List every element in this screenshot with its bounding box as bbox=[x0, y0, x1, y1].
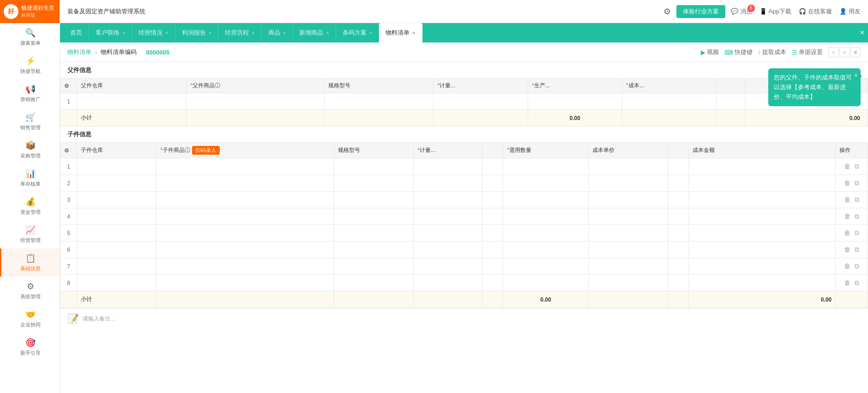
tab-customer-close[interactable]: × bbox=[122, 30, 125, 36]
tab-add-goods-close[interactable]: × bbox=[326, 30, 329, 36]
child-cell-unit-4[interactable] bbox=[414, 208, 482, 225]
settings-button[interactable]: ⚙ bbox=[663, 6, 671, 17]
sidebar-item-system[interactable]: ⚙ 系统管理 bbox=[0, 277, 60, 305]
tab-history[interactable]: 经营历程 × bbox=[218, 23, 261, 42]
child-cell-unit-3[interactable] bbox=[414, 192, 482, 208]
child-cell-warehouse-2[interactable] bbox=[77, 175, 157, 192]
child-cell-spec-6[interactable] bbox=[334, 242, 414, 258]
child-cell-qty-5[interactable] bbox=[503, 225, 589, 242]
sidebar-item-sales[interactable]: 🛒 销售管理 bbox=[0, 108, 60, 136]
parent-cell-spec-1[interactable] bbox=[324, 93, 434, 110]
child-cell-warehouse-5[interactable] bbox=[77, 225, 157, 242]
delete-icon-5[interactable]: 🗑 bbox=[844, 229, 850, 236]
child-cell-unitprice-2[interactable] bbox=[589, 175, 668, 192]
child-cell-unitprice-3[interactable] bbox=[589, 192, 668, 208]
parent-cell-warehouse-1[interactable] bbox=[77, 93, 187, 110]
child-cell-unit-1[interactable] bbox=[414, 158, 482, 175]
child-cell-goods-7[interactable] bbox=[157, 258, 334, 275]
delete-icon-2[interactable]: 🗑 bbox=[844, 179, 850, 187]
delete-icon-6[interactable]: 🗑 bbox=[844, 246, 850, 253]
sidebar-item-basic[interactable]: 📋 基础信息 bbox=[0, 248, 60, 277]
sidebar-item-enterprise[interactable]: 🤝 企业协同 bbox=[0, 305, 60, 333]
tab-barcode-close[interactable]: × bbox=[369, 30, 372, 36]
child-cell-goods-1[interactable] bbox=[157, 158, 334, 175]
child-cell-qty-8[interactable] bbox=[503, 275, 589, 291]
prev-arrow[interactable]: ‹ bbox=[828, 47, 838, 57]
delete-icon-8[interactable]: 🗑 bbox=[844, 279, 850, 286]
child-cell-unitprice-7[interactable] bbox=[589, 258, 668, 275]
copy-icon-5[interactable]: ⧉ bbox=[855, 229, 859, 236]
sidebar-item-inventory[interactable]: 📊 库存核算 bbox=[0, 164, 60, 192]
user-action[interactable]: 👤 用友 bbox=[839, 7, 861, 16]
app-download-action[interactable]: 📱 App下载 bbox=[760, 7, 791, 16]
child-cell-goods-5[interactable] bbox=[157, 225, 334, 242]
scan-button[interactable]: 扫码录入 bbox=[192, 146, 220, 155]
sidebar-item-marketing[interactable]: 📢 营销推广 bbox=[0, 79, 60, 108]
child-cell-qty-1[interactable] bbox=[503, 158, 589, 175]
child-cell-goods-3[interactable] bbox=[157, 192, 334, 208]
child-cell-warehouse-8[interactable] bbox=[77, 275, 157, 291]
child-cell-unitprice-8[interactable] bbox=[589, 275, 668, 291]
tab-profit-close[interactable]: × bbox=[209, 30, 211, 36]
delete-icon-1[interactable]: 🗑 bbox=[844, 163, 850, 170]
copy-icon-7[interactable]: ⧉ bbox=[855, 262, 859, 270]
child-cell-unitprice-6[interactable] bbox=[589, 242, 668, 258]
child-cell-goods-6[interactable] bbox=[157, 242, 334, 258]
tab-goods[interactable]: 商品 × bbox=[262, 23, 293, 42]
child-cell-spec-7[interactable] bbox=[334, 258, 414, 275]
sidebar-item-quicknav[interactable]: ⚡ 快捷导航 bbox=[0, 51, 60, 79]
copy-icon-1[interactable]: ⧉ bbox=[855, 163, 859, 170]
delete-icon-4[interactable]: 🗑 bbox=[844, 212, 850, 220]
delete-icon-7[interactable]: 🗑 bbox=[844, 262, 850, 270]
child-cell-goods-2[interactable] bbox=[157, 175, 334, 192]
child-cell-spec-8[interactable] bbox=[334, 275, 414, 291]
child-cell-goods-4[interactable] bbox=[157, 208, 334, 225]
copy-icon-2[interactable]: ⧉ bbox=[855, 179, 859, 187]
child-cell-unit-8[interactable] bbox=[414, 275, 482, 291]
tab-customer[interactable]: 客户联络 × bbox=[89, 23, 132, 42]
extract-cost-action[interactable]: ↑ 提取成本 bbox=[758, 48, 787, 56]
child-cell-goods-8[interactable] bbox=[157, 275, 334, 291]
child-cell-spec-4[interactable] bbox=[334, 208, 414, 225]
breadcrumb-bom[interactable]: 物料清单 bbox=[67, 48, 91, 56]
child-cell-warehouse-7[interactable] bbox=[77, 258, 157, 275]
next-arrow[interactable]: › bbox=[839, 47, 850, 57]
child-cell-warehouse-3[interactable] bbox=[77, 192, 157, 208]
tab-goods-close[interactable]: × bbox=[283, 30, 286, 36]
shortcut-action[interactable]: ⌨ 快捷键 bbox=[724, 48, 753, 56]
copy-icon-3[interactable]: ⧉ bbox=[855, 196, 859, 203]
child-cell-unitprice-1[interactable] bbox=[589, 158, 668, 175]
tab-operations[interactable]: 经营情况 × bbox=[132, 23, 175, 42]
delete-icon-3[interactable]: 🗑 bbox=[844, 196, 850, 203]
tab-operations-close[interactable]: × bbox=[165, 30, 168, 36]
child-cell-unit-6[interactable] bbox=[414, 242, 482, 258]
tab-barcode[interactable]: 条码方案 × bbox=[336, 23, 379, 42]
message-action[interactable]: 💬 消息 6 bbox=[731, 7, 752, 16]
child-cell-warehouse-6[interactable] bbox=[77, 242, 157, 258]
child-cell-spec-5[interactable] bbox=[334, 225, 414, 242]
parent-cell-cost-1[interactable] bbox=[622, 93, 716, 110]
child-th-settings[interactable]: ⚙ bbox=[60, 143, 77, 158]
video-action[interactable]: ▶ 视频 bbox=[701, 48, 719, 56]
parent-th-settings[interactable]: ⚙ bbox=[60, 79, 77, 93]
sidebar-item-finance[interactable]: 💰 资金管理 bbox=[0, 192, 60, 220]
copy-icon-6[interactable]: ⧉ bbox=[855, 246, 859, 253]
tab-add-goods[interactable]: 新增商品 × bbox=[293, 23, 336, 42]
parent-cell-prod-1[interactable] bbox=[528, 93, 622, 110]
copy-icon-4[interactable]: ⧉ bbox=[855, 212, 859, 220]
tab-home[interactable]: 首页 bbox=[64, 23, 89, 42]
doc-settings-action[interactable]: ☰ 单据设置 bbox=[792, 48, 823, 56]
child-cell-unitprice-4[interactable] bbox=[589, 208, 668, 225]
child-cell-qty-2[interactable] bbox=[503, 175, 589, 192]
sidebar-item-guide[interactable]: 🎯 新手引导 bbox=[0, 333, 60, 361]
sidebar-item-purchase[interactable]: 📦 采购管理 bbox=[0, 136, 60, 164]
child-cell-qty-3[interactable] bbox=[503, 192, 589, 208]
copy-icon-8[interactable]: ⧉ bbox=[855, 279, 859, 286]
menu-arrow[interactable]: ≡ bbox=[850, 47, 861, 57]
child-cell-unit-2[interactable] bbox=[414, 175, 482, 192]
sidebar-item-search[interactable]: 🔍 搜索菜单 bbox=[0, 23, 60, 51]
child-cell-warehouse-1[interactable] bbox=[77, 158, 157, 175]
child-cell-warehouse-4[interactable] bbox=[77, 208, 157, 225]
parent-cell-unit-1[interactable] bbox=[434, 93, 528, 110]
child-cell-spec-2[interactable] bbox=[334, 175, 414, 192]
